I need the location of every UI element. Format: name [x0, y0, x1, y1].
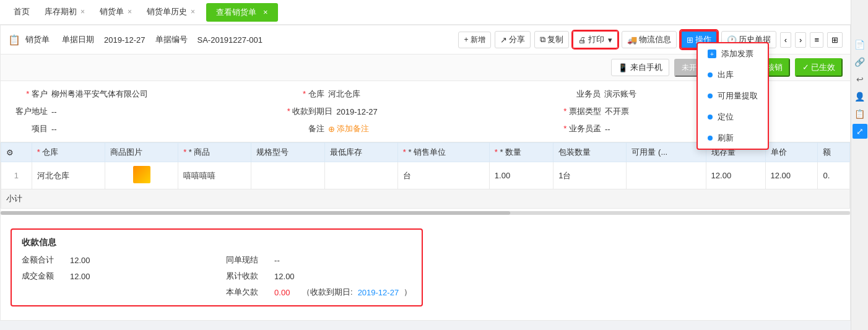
items-table: ⚙ 仓库 商品图片 * 商品 规格型号 最低库存 * 销售单位 * 数量 包装数… — [1, 142, 850, 209]
customer-label: 客户 — [11, 89, 48, 100]
cumulative-value: 12.00 — [274, 272, 295, 281]
address-row: 客户地址 -- — [11, 106, 287, 117]
col-warehouse: 仓库 — [32, 143, 105, 162]
tab-inventory-init[interactable]: 库存期初 × — [37, 0, 92, 25]
row-spec — [251, 162, 324, 189]
due-note-end: ） — [404, 287, 412, 298]
col-product: * 商品 — [178, 143, 251, 162]
cumulative-label: 累计收款 — [226, 271, 269, 282]
project-label: 项目 — [11, 123, 48, 134]
transaction-label: 成交金额 — [22, 271, 65, 282]
transaction-value: 12.00 — [70, 272, 90, 281]
staff-label: 业务员 — [563, 89, 601, 100]
payment-section: 收款信息 金额合计 12.00 同单现结 -- 成交金额 12.00 — [1, 217, 850, 320]
tab-close-inventory[interactable]: × — [80, 7, 85, 16]
warehouse-row: 仓库 河北仓库 — [287, 89, 564, 100]
tab-close-history[interactable]: × — [191, 7, 195, 16]
logistics-icon: 🚚 — [627, 35, 637, 45]
cumulative-row: 累计收款 12.00 — [226, 271, 412, 282]
copy-button[interactable]: ⧉ 复制 — [534, 31, 569, 48]
payment-date-row: 收款到期日 2019-12-27 — [287, 106, 564, 117]
dropdown-outbound[interactable]: 出库 — [698, 64, 768, 85]
table-row: 1 河北仓库 嘻嘻嘻嘻 台 1.00 1台 12 — [1, 162, 850, 189]
doc-date-label: 单据日期 — [62, 34, 94, 45]
col-available: 可用量 (... — [627, 143, 706, 162]
col-sales-unit: * 销售单位 — [397, 143, 489, 162]
effective-button[interactable]: ✓ 已生效 — [795, 58, 843, 77]
sidebar-clipboard-icon[interactable]: 📋 — [853, 106, 867, 121]
doc-date-value: 2019-12-27 — [104, 35, 145, 45]
col-amount: 额 — [818, 143, 850, 162]
same-order-label: 同单现结 — [226, 254, 269, 266]
dropdown-locate[interactable]: 定位 — [698, 106, 768, 128]
ops-dropdown-menu: + 添加发票 出库 可用量提取 定位 刷新 — [697, 42, 769, 150]
payment-title: 收款信息 — [22, 237, 412, 248]
row-available — [627, 162, 706, 189]
print-button[interactable]: 🖨 打印 ▾ — [573, 31, 618, 48]
staff2-value: -- — [605, 124, 610, 134]
subtotal-row: 小计 — [1, 189, 850, 209]
total-label: 金额合计 — [22, 254, 65, 266]
row-warehouse: 河北仓库 — [32, 162, 105, 189]
share-button[interactable]: ↗ 分享 — [495, 31, 531, 48]
outbound-dot-icon — [708, 72, 713, 77]
col-gear[interactable]: ⚙ — [1, 143, 32, 162]
warehouse-label: 仓库 — [287, 89, 324, 100]
new-button[interactable]: + 新增 — [458, 32, 490, 48]
add-note-plus-icon: ⊕ — [328, 124, 335, 134]
effective-check-icon: ✓ — [802, 63, 809, 72]
available-qty-label: 可用量提取 — [718, 90, 758, 102]
view-grid-button[interactable]: ⊞ — [827, 32, 843, 48]
horizontal-scrollbar[interactable] — [1, 211, 850, 215]
staff2-label: 业务员孟 — [563, 123, 601, 134]
address-label: 客户地址 — [11, 106, 48, 117]
tab-home[interactable]: 首页 — [6, 0, 37, 25]
row-unit-price: 12.00 — [765, 162, 818, 189]
add-invoice-icon: + — [708, 50, 716, 58]
nav-next-button[interactable]: › — [795, 32, 806, 48]
tab-bar: 首页 库存期初 × 销货单 × 销货单历史 × 查看销货单 × × — [0, 0, 868, 25]
sidebar-link-icon[interactable]: 🔗 — [853, 54, 867, 69]
tab-view-sales[interactable]: 查看销货单 × — [206, 3, 278, 22]
customer-value: 柳州粤港平安气体有限公司 — [51, 89, 148, 100]
right-sidebar: 📄 🔗 ↩ 👤 📋 ⤢ — [851, 0, 868, 330]
tab-close-sales[interactable]: × — [128, 7, 132, 16]
add-note-button[interactable]: ⊕ 添加备注 — [328, 123, 369, 134]
tab-close-view-sales[interactable]: × — [263, 7, 268, 17]
due-label: 本单欠款 — [226, 287, 269, 298]
view-list-button[interactable]: ≡ — [810, 32, 823, 48]
dropdown-add-invoice[interactable]: + 添加发票 — [698, 43, 768, 64]
row-product: 嘻嘻嘻嘻 — [178, 162, 251, 189]
row-num: 1 — [1, 162, 32, 189]
doc-number-label: 单据编号 — [155, 34, 188, 45]
doc-number-value: SA-20191227-001 — [197, 35, 263, 45]
note-row: 备注 ⊕ 添加备注 — [287, 123, 564, 134]
project-row: 项目 -- — [11, 123, 287, 134]
dropdown-available-qty[interactable]: 可用量提取 — [698, 85, 768, 106]
sidebar-return-icon[interactable]: ↩ — [853, 72, 867, 87]
tab-sales-order[interactable]: 销货单 × — [92, 0, 139, 25]
staff-value: 演示账号 — [604, 89, 636, 100]
sidebar-expand-icon[interactable]: ⤢ — [853, 124, 867, 139]
warehouse-value: 河北仓库 — [328, 89, 360, 100]
ticket-value: 不开票 — [605, 106, 629, 117]
payment-date-label: 收款到期日 — [287, 106, 333, 117]
col-min-stock: 最低库存 — [324, 143, 397, 162]
print-dropdown-arrow: ▾ — [608, 35, 612, 45]
total-value: 12.00 — [70, 256, 90, 265]
col-quantity: * 数量 — [489, 143, 553, 162]
dropdown-refresh[interactable]: 刷新 — [698, 128, 768, 149]
customer-row: 客户 柳州粤港平安气体有限公司 — [11, 89, 287, 100]
col-spec: 规格型号 — [251, 143, 324, 162]
tab-sales-history[interactable]: 销货单历史 × — [139, 0, 202, 25]
ops-icon: ⊞ — [687, 35, 693, 45]
sidebar-user-icon[interactable]: 👤 — [853, 89, 867, 104]
address-value: -- — [51, 107, 57, 116]
col-product-img: 商品图片 — [105, 143, 178, 162]
row-quantity: 1.00 — [489, 162, 553, 189]
phone-button[interactable]: 📱 来自手机 — [611, 59, 669, 76]
logistics-button[interactable]: 🚚 物流信息 — [622, 31, 677, 48]
nav-prev-button[interactable]: ‹ — [780, 32, 791, 48]
product-image — [133, 166, 150, 183]
sidebar-doc-icon[interactable]: 📄 — [853, 37, 867, 52]
